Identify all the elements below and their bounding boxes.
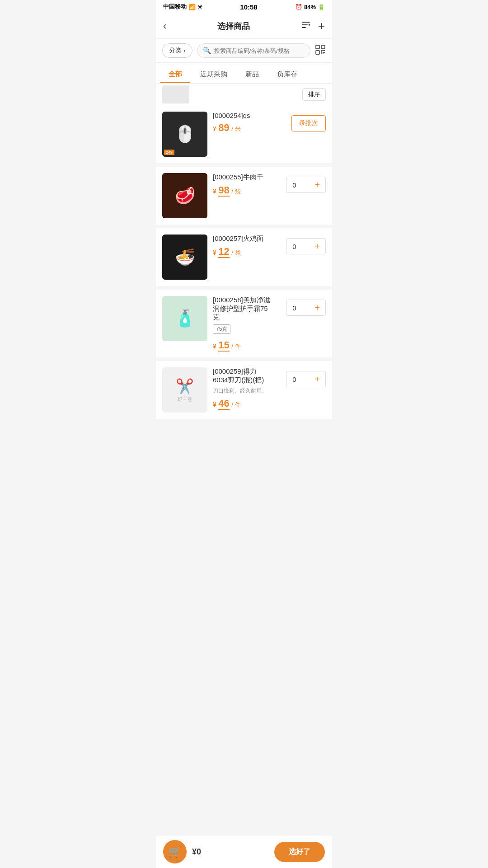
tab-all[interactable]: 全部 bbox=[160, 66, 190, 83]
tab-new[interactable]: 新品 bbox=[237, 66, 267, 83]
category-button[interactable]: 分类 › bbox=[162, 43, 192, 58]
product-price-display: ¥ 89 / 米 bbox=[213, 122, 271, 134]
price-unit: / bbox=[231, 126, 233, 132]
status-bar: 中国移动 📶 ✳ 10:58 ⏰ 84% 🔋 bbox=[156, 0, 332, 14]
filter-tabs: 全部 近期采购 新品 负库存 bbox=[156, 63, 332, 84]
price-unit: / bbox=[231, 249, 233, 256]
product-item: 🧴 [0000258]美加净滋润修护型护手霜75克 75克 ¥ 15 / 件 0… bbox=[156, 290, 332, 357]
quantity-stepper: 0 + bbox=[286, 238, 326, 254]
page-title: 选择商品 bbox=[217, 21, 250, 32]
status-time: 10:58 bbox=[240, 3, 257, 11]
search-wrapper: 🔍 bbox=[197, 43, 310, 58]
signal-icon: ✳ bbox=[197, 4, 202, 10]
cart-button[interactable]: 🛒 bbox=[163, 840, 187, 863]
status-left: 中国移动 📶 ✳ bbox=[163, 3, 202, 11]
product-item: 🥩 [0000255]牛肉干 ¥ 98 / 袋 0 + bbox=[156, 167, 332, 225]
product-thumbnail: ✂️ 好主意 bbox=[162, 367, 207, 413]
search-area: 分类 › 🔍 bbox=[156, 39, 332, 63]
product-price-display: ¥ 98 / 袋 bbox=[213, 184, 271, 196]
product-quantity-control: 0 + bbox=[276, 173, 326, 193]
batch-button[interactable]: 录批次 bbox=[291, 115, 326, 131]
partial-sort-button[interactable]: 排序 bbox=[302, 88, 326, 101]
product-thumbnail: 🖱️ 249 bbox=[162, 112, 207, 157]
product-price-display: ¥ 12 / 袋 bbox=[213, 246, 271, 258]
price-unit-text: 袋 bbox=[235, 249, 241, 256]
product-description: 刀口锋利、经久耐用、 bbox=[213, 387, 271, 395]
currency-symbol: ¥ bbox=[213, 343, 216, 350]
svg-marker-3 bbox=[309, 23, 310, 26]
product-item: ✂️ 好主意 [0000259]得力6034剪刀(混)(把) 刀口锋利、经久耐用… bbox=[156, 361, 332, 419]
quantity-add-button[interactable]: + bbox=[309, 177, 325, 192]
price-value: 46 bbox=[218, 398, 229, 410]
product-badge: 249 bbox=[164, 150, 174, 155]
cart-icon: 🛒 bbox=[168, 845, 182, 858]
bottom-bar: 🛒 ¥0 选好了 bbox=[156, 835, 332, 868]
currency-symbol: ¥ bbox=[213, 249, 216, 256]
product-details: [0000254]qs ¥ 89 / 米 bbox=[213, 112, 271, 134]
partial-product-item: 排序 bbox=[156, 84, 332, 105]
product-details: [0000255]牛肉干 ¥ 98 / 袋 bbox=[213, 173, 271, 196]
price-unit-text: 件 bbox=[235, 343, 241, 350]
header-actions: + bbox=[301, 19, 325, 33]
quantity-input[interactable]: 0 bbox=[286, 178, 309, 192]
product-details: [0000258]美加净滋润修护型护手霜75克 75克 ¥ 15 / 件 bbox=[213, 296, 271, 351]
add-icon[interactable]: + bbox=[318, 19, 325, 33]
back-button[interactable]: ‹ bbox=[163, 20, 166, 32]
currency-symbol: ¥ bbox=[213, 125, 216, 132]
battery-icon: 🔋 bbox=[318, 4, 325, 10]
product-list: 🖱️ 249 [0000254]qs ¥ 89 / 米 录批次 🥩 [00002… bbox=[156, 105, 332, 419]
quantity-input[interactable]: 0 bbox=[286, 373, 309, 386]
product-details: [0000257]火鸡面 ¥ 12 / 袋 bbox=[213, 235, 271, 258]
price-value: 89 bbox=[218, 122, 229, 133]
product-thumbnail: 🧴 bbox=[162, 296, 207, 341]
filter-icon[interactable] bbox=[301, 20, 311, 32]
product-image: 🍜 bbox=[162, 235, 207, 280]
currency-symbol: ¥ bbox=[213, 401, 216, 408]
quantity-stepper: 0 + bbox=[286, 371, 326, 387]
product-quantity-control: 0 + bbox=[276, 367, 326, 387]
product-name: [0000255]牛肉干 bbox=[213, 173, 271, 182]
search-icon: 🔍 bbox=[203, 47, 211, 55]
status-right: ⏰ 84% 🔋 bbox=[295, 4, 325, 10]
product-details: [0000259]得力6034剪刀(混)(把) 刀口锋利、经久耐用、 ¥ 46 … bbox=[213, 367, 271, 409]
quantity-add-button[interactable]: + bbox=[309, 239, 325, 254]
scan-icon[interactable] bbox=[315, 44, 326, 57]
confirm-button[interactable]: 选好了 bbox=[274, 842, 325, 862]
category-arrow-icon: › bbox=[183, 47, 186, 54]
price-unit: / bbox=[231, 188, 233, 195]
quantity-input[interactable]: 0 bbox=[286, 240, 309, 253]
alarm-icon: ⏰ bbox=[295, 4, 302, 10]
product-item: 🖱️ 249 [0000254]qs ¥ 89 / 米 录批次 bbox=[156, 105, 332, 163]
product-price-display: ¥ 46 / 件 bbox=[213, 398, 271, 409]
price-unit-text: 袋 bbox=[235, 188, 241, 195]
product-quantity-control: 0 + bbox=[276, 296, 326, 316]
product-image: 🥩 bbox=[162, 173, 207, 218]
price-value: 12 bbox=[218, 246, 229, 258]
product-name: [0000258]美加净滋润修护型护手霜75克 bbox=[213, 296, 271, 322]
price-unit-text: 件 bbox=[235, 401, 241, 408]
price-unit: / bbox=[231, 401, 233, 408]
product-name: [0000257]火鸡面 bbox=[213, 235, 271, 243]
price-value: 15 bbox=[218, 339, 229, 352]
product-item: 🍜 [0000257]火鸡面 ¥ 12 / 袋 0 + bbox=[156, 228, 332, 286]
search-input[interactable] bbox=[214, 47, 305, 54]
product-image: 🖱️ 249 bbox=[162, 112, 207, 157]
header: ‹ 选择商品 + bbox=[156, 14, 332, 39]
price-unit: / bbox=[231, 343, 233, 350]
svg-rect-6 bbox=[316, 51, 319, 54]
quantity-add-button[interactable]: + bbox=[309, 371, 325, 387]
quantity-input[interactable]: 0 bbox=[286, 301, 309, 314]
product-action: 录批次 bbox=[276, 112, 326, 131]
product-tag: 75克 bbox=[213, 324, 230, 334]
tab-negative[interactable]: 负库存 bbox=[269, 66, 305, 83]
tab-recent[interactable]: 近期采购 bbox=[192, 66, 235, 83]
quantity-add-button[interactable]: + bbox=[309, 300, 325, 315]
product-thumbnail: 🥩 bbox=[162, 173, 207, 218]
wifi-icon: 📶 bbox=[188, 4, 196, 10]
product-name: [0000254]qs bbox=[213, 112, 271, 119]
price-value: 98 bbox=[218, 184, 229, 197]
product-price-display: ¥ 15 / 件 bbox=[213, 339, 271, 351]
product-image: ✂️ 好主意 bbox=[162, 367, 207, 413]
quantity-stepper: 0 + bbox=[286, 300, 326, 316]
product-name: [0000259]得力6034剪刀(混)(把) bbox=[213, 367, 271, 385]
